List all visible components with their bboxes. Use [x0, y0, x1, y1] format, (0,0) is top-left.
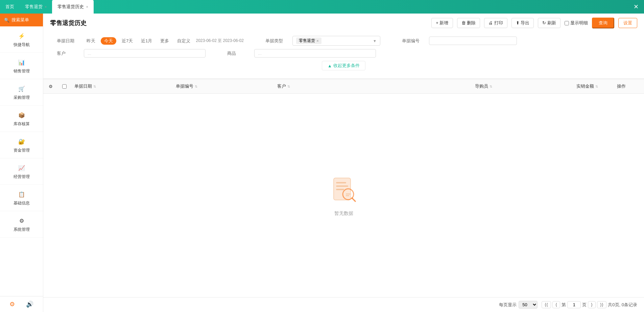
filter-area: 单据日期 昨天 今天 近7天 近1月 更多 自定义 2023-06-02 至 2…	[50, 32, 637, 79]
svg-rect-7	[346, 194, 351, 195]
export-button[interactable]: ⬆ 导出	[511, 18, 534, 28]
page-title-row: 零售退货历史 + 新增 🗑 删除 🖨 打印 ⬆ 导出 ↻ 刷新 显示明细 查询 …	[50, 18, 637, 28]
voucher-type-tag: 零售退货 ×	[296, 38, 321, 44]
sidebar-item-quick-nav[interactable]: ⚡ 快捷导航	[0, 26, 43, 53]
volume-icon[interactable]: 🔊	[26, 300, 33, 308]
voucher-type-arrow-icon: ▼	[373, 39, 377, 43]
empty-state: 暂无数据	[43, 94, 644, 297]
sidebar-item-purchase[interactable]: 🛒 采购管理	[0, 79, 43, 106]
voucher-type-select[interactable]: 零售退货 × ▼	[292, 36, 380, 46]
date-range-display: 2023-06-02 至 2023-06-02	[196, 38, 243, 44]
main-layout: 🔍 搜索菜单 ⚡ 快捷导航 📊 销售管理 🛒 采购管理 📦 库存核算 🔐 资金管…	[0, 14, 644, 312]
sales-icon: 📊	[17, 58, 26, 67]
page-size-select: 每页显示 50 100 200	[499, 301, 538, 309]
total-records-text: 共0页, 0条记录	[608, 302, 637, 308]
select-all-checkbox[interactable]	[62, 84, 67, 89]
sidebar-item-operation[interactable]: 📈 经营管理	[0, 158, 43, 185]
num-sort-icon: ⇅	[195, 85, 197, 88]
th-num[interactable]: 单据编号 ⇅	[173, 83, 275, 89]
th-settings[interactable]: ⚙	[46, 84, 59, 89]
th-date[interactable]: 单据日期 ⇅	[72, 83, 173, 89]
voucher-num-input[interactable]	[429, 37, 517, 45]
sidebar-search[interactable]: 🔍 搜索菜单	[0, 14, 43, 26]
finance-icon: 🔐	[17, 137, 26, 146]
date-btn-1month[interactable]: 近1月	[138, 37, 155, 45]
refresh-button[interactable]: ↻ 刷新	[538, 18, 560, 28]
show-detail-checkbox-label: 显示明细	[565, 20, 588, 26]
svg-rect-3	[336, 189, 344, 190]
close-tab-history-icon[interactable]: ×	[86, 5, 88, 9]
last-page-button[interactable]: ⟩⟩	[597, 301, 606, 308]
tab-list: 首页 零售退货 × 零售退货历史 ×	[0, 0, 634, 14]
close-tab-retail-return-icon[interactable]: ×	[45, 5, 47, 9]
svg-rect-2	[336, 185, 348, 187]
sidebar-item-basic[interactable]: 📋 基础信息	[0, 185, 43, 211]
voucher-type-clear-icon[interactable]: ×	[316, 39, 319, 43]
print-button[interactable]: 🖨 打印	[484, 18, 507, 28]
th-guide[interactable]: 导购员 ⇅	[472, 83, 574, 89]
tab-home[interactable]: 首页	[0, 0, 20, 14]
sidebar: 🔍 搜索菜单 ⚡ 快捷导航 📊 销售管理 🛒 采购管理 📦 库存核算 🔐 资金管…	[0, 14, 43, 312]
purchase-icon: 🛒	[17, 84, 26, 93]
tab-retail-return[interactable]: 零售退货 ×	[20, 0, 52, 14]
close-app-button[interactable]: ✕	[634, 3, 644, 10]
goods-label: 商品	[227, 50, 246, 57]
toolbar: + 新增 🗑 删除 🖨 打印 ⬆ 导出 ↻ 刷新 显示明细 查询 设置	[431, 18, 637, 28]
sidebar-item-finance[interactable]: 🔐 资金管理	[0, 132, 43, 158]
search-icon: 🔍	[4, 18, 9, 23]
collapse-filter-button[interactable]: ▲ 收起更多条件	[322, 61, 365, 70]
first-page-button[interactable]: ⟨⟨	[542, 301, 551, 308]
top-bar: 首页 零售退货 × 零售退货历史 × ✕	[0, 0, 644, 14]
date-filter: 昨天 今天 近7天 近1月 更多 自定义 2023-06-02 至 2023-0…	[84, 37, 244, 45]
customer-select[interactable]: ...	[84, 49, 206, 58]
show-detail-checkbox[interactable]	[565, 21, 569, 25]
sidebar-item-system[interactable]: ⚙ 系统管理	[0, 211, 43, 238]
svg-rect-1	[336, 182, 346, 183]
goods-select[interactable]: ...	[254, 49, 376, 58]
quick-nav-icon: ⚡	[17, 31, 26, 41]
query-button[interactable]: 查询	[592, 18, 614, 28]
date-sort-icon: ⇅	[93, 85, 96, 88]
main-content: 零售退货历史 + 新增 🗑 删除 🖨 打印 ⬆ 导出 ↻ 刷新 显示明细 查询 …	[43, 14, 644, 312]
page-header: 零售退货历史 + 新增 🗑 删除 🖨 打印 ⬆ 导出 ↻ 刷新 显示明细 查询 …	[43, 14, 644, 79]
table-header: ⚙ 单据日期 ⇅ 单据编号 ⇅ 客户 ⇅ 导购员	[43, 79, 644, 94]
sidebar-item-sales[interactable]: 📊 销售管理	[0, 53, 43, 79]
customer-label: 客户	[57, 50, 76, 57]
filter-row-2: 客户 ... 商品 ...	[57, 49, 630, 58]
new-button[interactable]: + 新增	[431, 18, 453, 28]
date-btn-yesterday[interactable]: 昨天	[84, 37, 98, 45]
customer-placeholder: ...	[88, 51, 91, 56]
filter-row-1: 单据日期 昨天 今天 近7天 近1月 更多 自定义 2023-06-02 至 2…	[57, 36, 630, 46]
system-icon: ⚙	[17, 216, 26, 225]
page-number-input[interactable]	[567, 301, 581, 308]
sidebar-item-inventory[interactable]: 📦 库存核算	[0, 106, 43, 132]
guide-sort-icon: ⇅	[490, 85, 492, 88]
pagination-bar: 每页显示 50 100 200 ⟨⟨ ⟨ 第 页 ⟩ ⟩⟩ 共0页, 0条记录	[43, 297, 644, 312]
date-btn-more[interactable]: 更多	[158, 37, 172, 45]
gear-icon[interactable]: ⚙	[9, 300, 15, 308]
sidebar-bottom: ⚙ 🔊	[0, 296, 43, 312]
page-nav: ⟨⟨ ⟨ 第 页 ⟩ ⟩⟩ 共0页, 0条记录	[542, 301, 637, 308]
page-title: 零售退货历史	[50, 19, 87, 27]
next-page-button[interactable]: ⟩	[588, 301, 596, 308]
empty-state-icon	[329, 175, 359, 205]
tab-retail-return-history[interactable]: 零售退货历史 ×	[52, 0, 93, 14]
svg-rect-8	[346, 195, 349, 196]
date-btn-7days[interactable]: 近7天	[119, 37, 136, 45]
date-filter-label: 单据日期	[57, 38, 76, 44]
settings-icon[interactable]: ⚙	[49, 84, 53, 89]
per-page-dropdown[interactable]: 50 100 200	[519, 301, 538, 309]
date-btn-today[interactable]: 今天	[101, 37, 116, 45]
customer-sort-icon: ⇅	[287, 85, 290, 88]
svg-line-6	[352, 198, 355, 201]
th-customer[interactable]: 客户 ⇅	[275, 83, 472, 89]
date-btn-custom[interactable]: 自定义	[174, 37, 193, 45]
amount-sort-icon: ⇅	[595, 85, 598, 88]
th-check[interactable]	[59, 84, 72, 89]
delete-button[interactable]: 🗑 删除	[457, 18, 480, 28]
basic-icon: 📋	[17, 190, 26, 199]
collapse-icon: ▲	[328, 63, 332, 68]
th-amount[interactable]: 实销金额 ⇅	[574, 83, 614, 89]
setting-button[interactable]: 设置	[618, 18, 637, 28]
prev-page-button[interactable]: ⟨	[552, 301, 560, 308]
